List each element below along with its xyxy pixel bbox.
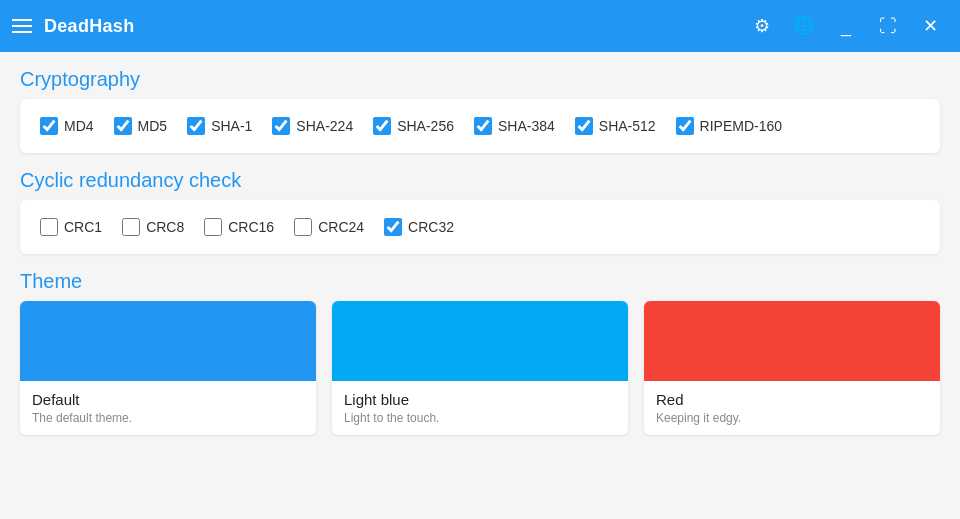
theme-card-desc: Keeping it edgy. bbox=[656, 411, 928, 425]
theme-card-body: DefaultThe default theme. bbox=[20, 381, 316, 435]
app-title: DeadHash bbox=[44, 16, 134, 37]
crc-card: CRC1CRC8CRC16CRC24CRC32 bbox=[20, 200, 940, 254]
checkbox-label: SHA-512 bbox=[599, 118, 656, 134]
checkbox-item[interactable]: CRC8 bbox=[122, 218, 184, 236]
checkbox-label: CRC1 bbox=[64, 219, 102, 235]
titlebar-right: ⚙ 🌐 _ ⛶ ✕ bbox=[744, 8, 948, 44]
theme-card[interactable]: Light blueLight to the touch. bbox=[332, 301, 628, 435]
checkbox-input[interactable] bbox=[272, 117, 290, 135]
theme-card-body: RedKeeping it edgy. bbox=[644, 381, 940, 435]
checkbox-item[interactable]: CRC16 bbox=[204, 218, 274, 236]
checkbox-label: CRC8 bbox=[146, 219, 184, 235]
cryptography-checkbox-row: MD4MD5SHA-1SHA-224SHA-256SHA-384SHA-512R… bbox=[40, 117, 920, 135]
checkbox-label: CRC16 bbox=[228, 219, 274, 235]
theme-card-body: Light blueLight to the touch. bbox=[332, 381, 628, 435]
theme-color-strip bbox=[644, 301, 940, 381]
crc-checkbox-row: CRC1CRC8CRC16CRC24CRC32 bbox=[40, 218, 920, 236]
checkbox-item[interactable]: SHA-384 bbox=[474, 117, 555, 135]
globe-icon[interactable]: 🌐 bbox=[786, 8, 822, 44]
checkbox-label: SHA-384 bbox=[498, 118, 555, 134]
close-button[interactable]: ✕ bbox=[912, 8, 948, 44]
checkbox-item[interactable]: CRC24 bbox=[294, 218, 364, 236]
checkbox-label: SHA-224 bbox=[296, 118, 353, 134]
checkbox-input[interactable] bbox=[384, 218, 402, 236]
cryptography-heading: Cryptography bbox=[20, 68, 940, 91]
checkbox-input[interactable] bbox=[187, 117, 205, 135]
checkbox-input[interactable] bbox=[575, 117, 593, 135]
checkbox-input[interactable] bbox=[676, 117, 694, 135]
checkbox-input[interactable] bbox=[373, 117, 391, 135]
checkbox-item[interactable]: CRC1 bbox=[40, 218, 102, 236]
checkbox-item[interactable]: MD5 bbox=[114, 117, 168, 135]
theme-card-name: Default bbox=[32, 391, 304, 408]
checkbox-input[interactable] bbox=[40, 117, 58, 135]
checkbox-item[interactable]: MD4 bbox=[40, 117, 94, 135]
checkbox-item[interactable]: CRC32 bbox=[384, 218, 454, 236]
checkbox-label: SHA-256 bbox=[397, 118, 454, 134]
theme-card-desc: The default theme. bbox=[32, 411, 304, 425]
titlebar: DeadHash ⚙ 🌐 _ ⛶ ✕ bbox=[0, 0, 960, 52]
checkbox-item[interactable]: SHA-224 bbox=[272, 117, 353, 135]
hamburger-icon[interactable] bbox=[12, 19, 32, 33]
checkbox-label: CRC32 bbox=[408, 219, 454, 235]
main-content: Cryptography MD4MD5SHA-1SHA-224SHA-256SH… bbox=[0, 52, 960, 519]
checkbox-input[interactable] bbox=[122, 218, 140, 236]
minimize-button[interactable]: _ bbox=[828, 8, 864, 44]
cryptography-section: Cryptography MD4MD5SHA-1SHA-224SHA-256SH… bbox=[20, 68, 940, 153]
crc-section: Cyclic redundancy check CRC1CRC8CRC16CRC… bbox=[20, 169, 940, 254]
checkbox-label: MD5 bbox=[138, 118, 168, 134]
theme-card[interactable]: DefaultThe default theme. bbox=[20, 301, 316, 435]
theme-color-strip bbox=[332, 301, 628, 381]
theme-section: Theme DefaultThe default theme.Light blu… bbox=[20, 270, 940, 435]
settings-icon[interactable]: ⚙ bbox=[744, 8, 780, 44]
checkbox-input[interactable] bbox=[474, 117, 492, 135]
checkbox-item[interactable]: SHA-1 bbox=[187, 117, 252, 135]
theme-card-desc: Light to the touch. bbox=[344, 411, 616, 425]
theme-card-name: Red bbox=[656, 391, 928, 408]
checkbox-input[interactable] bbox=[294, 218, 312, 236]
checkbox-label: RIPEMD-160 bbox=[700, 118, 782, 134]
checkbox-input[interactable] bbox=[204, 218, 222, 236]
maximize-button[interactable]: ⛶ bbox=[870, 8, 906, 44]
crc-heading: Cyclic redundancy check bbox=[20, 169, 940, 192]
titlebar-left: DeadHash bbox=[12, 16, 134, 37]
checkbox-item[interactable]: RIPEMD-160 bbox=[676, 117, 782, 135]
theme-heading: Theme bbox=[20, 270, 940, 293]
theme-color-strip bbox=[20, 301, 316, 381]
checkbox-label: MD4 bbox=[64, 118, 94, 134]
theme-card[interactable]: RedKeeping it edgy. bbox=[644, 301, 940, 435]
checkbox-input[interactable] bbox=[40, 218, 58, 236]
checkbox-input[interactable] bbox=[114, 117, 132, 135]
theme-card-name: Light blue bbox=[344, 391, 616, 408]
checkbox-item[interactable]: SHA-512 bbox=[575, 117, 656, 135]
cryptography-card: MD4MD5SHA-1SHA-224SHA-256SHA-384SHA-512R… bbox=[20, 99, 940, 153]
checkbox-item[interactable]: SHA-256 bbox=[373, 117, 454, 135]
checkbox-label: SHA-1 bbox=[211, 118, 252, 134]
checkbox-label: CRC24 bbox=[318, 219, 364, 235]
theme-cards-container: DefaultThe default theme.Light blueLight… bbox=[20, 301, 940, 435]
